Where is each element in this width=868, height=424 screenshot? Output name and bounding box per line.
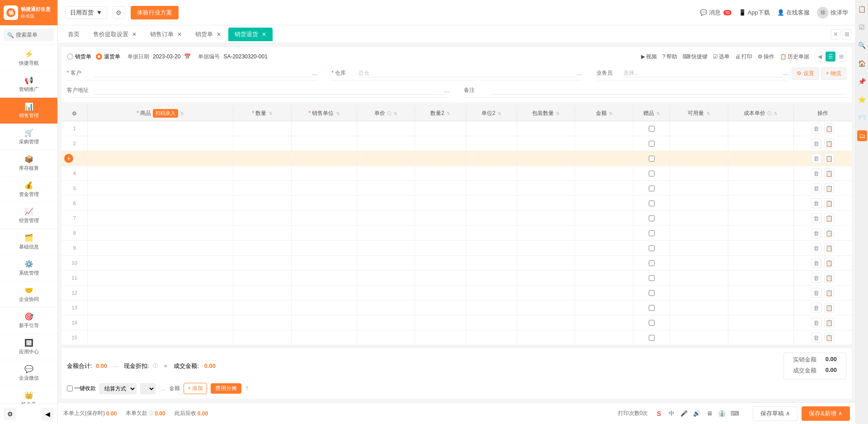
gift-checkbox-1[interactable] — [649, 126, 655, 132]
tab-sales-delivery-close[interactable]: ✕ — [217, 31, 221, 38]
warehouse-dots[interactable]: ... — [577, 70, 582, 76]
sidebar-settings-button[interactable]: ⚙ — [4, 408, 16, 420]
fee-help-icon[interactable]: ? — [245, 386, 248, 392]
address-dots[interactable]: ... — [444, 87, 449, 94]
th-gift[interactable]: 赠品 ⇅ — [633, 106, 670, 121]
sidebar-item-marketing[interactable]: 📢 营销推广 — [0, 71, 57, 98]
list-view-button[interactable]: ☰ — [826, 52, 835, 62]
sidebar-collapse-button[interactable]: ◀ — [41, 408, 54, 420]
delete-row-12-button[interactable]: 🗑 — [811, 288, 821, 298]
delete-row-4-button[interactable]: 🗑 — [811, 168, 821, 178]
operations-button[interactable]: ⚙ 操作 — [758, 53, 774, 61]
gift-checkbox-6[interactable] — [649, 200, 655, 206]
online-service-button[interactable]: 👤 在线客服 — [777, 9, 810, 17]
copy-row-4-button[interactable]: 📋 — [824, 168, 834, 178]
copy-row-12-button[interactable]: 📋 — [824, 288, 834, 298]
gift-checkbox-14[interactable] — [649, 320, 655, 326]
scan-input-button[interactable]: 扫码录入 — [153, 109, 178, 118]
app-download-button[interactable]: 📱 App下载 — [739, 9, 770, 17]
note-input[interactable] — [491, 86, 846, 95]
tab-close-all-button[interactable]: ✕ — [831, 29, 840, 39]
right-panel-icon-3[interactable]: 🔍 — [856, 40, 868, 51]
right-panel-icon-1[interactable]: 📋 — [856, 4, 868, 14]
gift-checkbox-9[interactable] — [649, 245, 655, 251]
status-icon-code[interactable]: ⌨ — [729, 408, 740, 419]
sidebar-item-member[interactable]: 👑 畅会员 — [0, 386, 57, 404]
gift-checkbox-5[interactable] — [649, 186, 655, 191]
sidebar-item-sales[interactable]: 📊 销售管理 — [0, 98, 57, 124]
status-icon-text[interactable]: 中 — [666, 408, 677, 419]
right-panel-icon-5[interactable]: 📌 — [856, 76, 868, 87]
topbar-gear-button[interactable]: ⚙ — [113, 6, 125, 19]
print-button[interactable]: 🖨 打印 — [735, 53, 752, 61]
gift-checkbox-7[interactable] — [649, 215, 655, 221]
history-orders-button[interactable]: 📋 历史单据 — [780, 53, 809, 61]
help-button[interactable]: ? 帮助 — [662, 53, 677, 61]
th-amount[interactable]: 金额 ⇅ — [575, 106, 633, 121]
video-button[interactable]: ▶ 视频 — [641, 53, 657, 61]
sidebar-item-basic[interactable]: 🗂️ 基础信息 — [0, 229, 57, 255]
status-icon-speaker[interactable]: 🔊 — [691, 408, 702, 419]
gift-checkbox-13[interactable] — [649, 305, 655, 311]
right-panel-icon-8[interactable]: 🗂 — [857, 130, 867, 141]
sidebar-item-system[interactable]: ⚙️ 系统管理 — [0, 255, 57, 281]
save-draft-button[interactable]: 保存草稿 ∧ — [753, 406, 798, 421]
gift-checkbox-2[interactable] — [649, 141, 655, 147]
tab-sales-order-close[interactable]: ✕ — [177, 31, 182, 38]
copy-row-14-button[interactable]: 📋 — [824, 318, 834, 328]
gift-checkbox-10[interactable] — [649, 260, 655, 266]
tab-price-settings[interactable]: 售价提取设置 ✕ — [87, 28, 143, 41]
copy-row-1-button[interactable]: 📋 — [824, 124, 834, 133]
tab-home[interactable]: 首页 — [61, 28, 86, 41]
right-panel-icon-6[interactable]: ⭐ — [856, 94, 868, 105]
tab-sales-order[interactable]: 销售订单 ✕ — [144, 28, 188, 41]
status-icon-mic[interactable]: 🎤 — [679, 408, 689, 419]
delete-row-11-button[interactable]: 🗑 — [811, 273, 821, 283]
account-dots[interactable]: ... — [161, 386, 165, 392]
delete-row-7-button[interactable]: 🗑 — [811, 213, 821, 223]
delete-row-8-button[interactable]: 🗑 — [811, 228, 821, 238]
gift-checkbox-12[interactable] — [649, 290, 655, 296]
delete-row-2-button[interactable]: 🗑 — [811, 138, 821, 148]
copy-row-7-button[interactable]: 📋 — [824, 213, 834, 223]
delete-row-6-button[interactable]: 🗑 — [811, 198, 821, 208]
sidebar-item-operations[interactable]: 📈 经营管理 — [0, 203, 57, 229]
sidebar-item-guide[interactable]: 🎯 新手引导 — [0, 308, 57, 334]
tab-sales-return[interactable]: 销货退货 ✕ — [228, 28, 273, 41]
experience-button[interactable]: 体验行业方案 — [131, 6, 179, 19]
sidebar-item-purchase[interactable]: 🛒 采购管理 — [0, 124, 57, 150]
delete-row-1-button[interactable]: 🗑 — [811, 124, 821, 133]
sidebar-item-inventory[interactable]: 📦 库存核算 — [0, 150, 57, 176]
th-unit-price[interactable]: 单价 ⓘ ⇅ — [357, 106, 415, 121]
logistics-button[interactable]: + 物流 — [821, 67, 846, 80]
copy-row-15-button[interactable]: 📋 — [824, 333, 834, 343]
grid-view-button[interactable]: ⊞ — [836, 52, 846, 62]
return-radio[interactable]: 退货单 — [96, 53, 120, 61]
settings-side-button[interactable]: ⚙ 设置 — [792, 67, 819, 80]
product-input-1[interactable] — [90, 125, 230, 132]
delete-row-10-button[interactable]: 🗑 — [811, 258, 821, 268]
right-panel-icon-2[interactable]: ☑ — [857, 22, 867, 33]
payment-account-select[interactable] — [140, 383, 156, 394]
right-panel-icon-4[interactable]: 🏠 — [856, 58, 868, 69]
th-sales-unit[interactable]: * 销售单位 ⇅ — [291, 106, 357, 121]
industry-selector[interactable]: 日用百货 ▼ — [65, 6, 107, 19]
copy-row-9-button[interactable]: 📋 — [824, 243, 834, 253]
gift-checkbox-8[interactable] — [649, 230, 655, 236]
delete-row-9-button[interactable]: 🗑 — [811, 243, 821, 253]
delete-row-14-button[interactable]: 🗑 — [811, 318, 821, 328]
one-click-checkbox-input[interactable] — [67, 386, 73, 391]
product-input-3[interactable] — [90, 155, 230, 162]
tab-sales-delivery[interactable]: 销货单 ✕ — [189, 28, 227, 41]
delete-row-5-button[interactable]: 🗑 — [811, 183, 821, 193]
right-panel-icon-7[interactable]: 📨 — [856, 112, 868, 123]
save-new-button[interactable]: 保存&新增 ∧ — [802, 406, 850, 421]
gift-checkbox-3[interactable] — [649, 156, 655, 162]
copy-row-6-button[interactable]: 📋 — [824, 198, 834, 208]
status-icon-monitor[interactable]: 🖥 — [704, 408, 715, 419]
search-menu-button[interactable]: 🔍 搜索菜单 — [4, 29, 54, 41]
copy-row-13-button[interactable]: 📋 — [824, 303, 834, 313]
th-pack-qty[interactable]: 包装数量 ⇅ — [517, 106, 575, 121]
status-icon-person[interactable]: 👔 — [717, 408, 727, 419]
calendar-icon[interactable]: 📅 — [184, 53, 191, 60]
